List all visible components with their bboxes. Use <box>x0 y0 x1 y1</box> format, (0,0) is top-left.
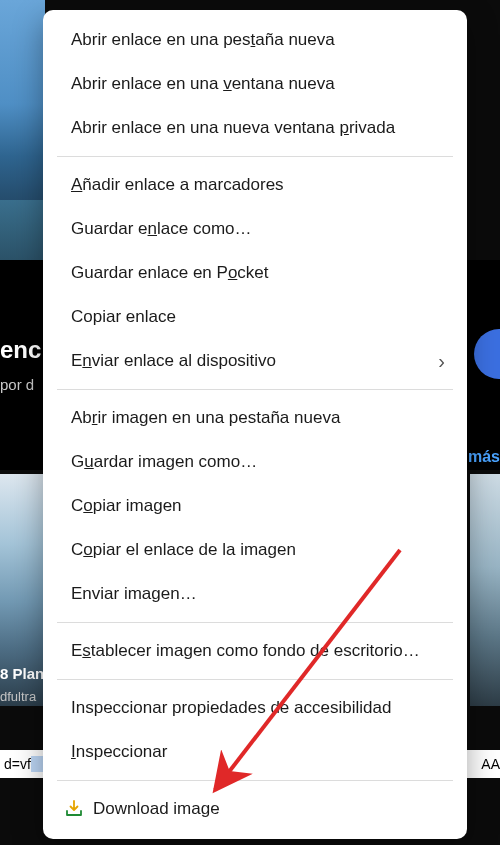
bg-subheading-fragment: por d <box>0 376 34 393</box>
menu-send-link-to-device[interactable]: Enviar enlace al dispositivo › <box>43 339 467 383</box>
menu-item-label: Enviar imagen… <box>71 584 445 604</box>
url-fragment: d=vf <box>4 756 31 772</box>
menu-item-label: Copiar imagen <box>71 496 445 516</box>
menu-save-link-as[interactable]: Guardar enlace como… <box>43 207 467 251</box>
menu-separator <box>57 679 453 680</box>
menu-item-label: Establecer imagen como fondo de escritor… <box>71 641 445 661</box>
menu-bookmark-link[interactable]: Añadir enlace a marcadores <box>43 163 467 207</box>
download-icon <box>65 800 87 818</box>
menu-inspect[interactable]: Inspeccionar <box>43 730 467 774</box>
chevron-right-icon: › <box>438 350 445 373</box>
menu-item-label: Abrir enlace en una nueva ventana privad… <box>71 118 445 138</box>
menu-open-link-new-window[interactable]: Abrir enlace en una ventana nueva <box>43 62 467 106</box>
menu-item-label: Inspeccionar <box>71 742 445 762</box>
menu-inspect-accessibility[interactable]: Inspeccionar propiedades de accesibilida… <box>43 686 467 730</box>
bg-photo-fragment <box>0 200 45 260</box>
menu-send-image[interactable]: Enviar imagen… <box>43 572 467 616</box>
menu-copy-link[interactable]: Copiar enlace <box>43 295 467 339</box>
bg-thumbnail-title: 8 Plan <box>0 665 44 682</box>
menu-open-link-private-window[interactable]: Abrir enlace en una nueva ventana privad… <box>43 106 467 150</box>
bg-thumbnail-subtitle: dfultra <box>0 689 36 704</box>
menu-item-label: Abrir enlace en una pestaña nueva <box>71 30 445 50</box>
menu-item-label: Guardar enlace en Pocket <box>71 263 445 283</box>
bg-heading-fragment: enc <box>0 336 41 364</box>
menu-separator <box>57 780 453 781</box>
menu-save-image-as[interactable]: Guardar imagen como… <box>43 440 467 484</box>
context-menu: Abrir enlace en una pestaña nueva Abrir … <box>43 10 467 839</box>
menu-copy-image-link[interactable]: Copiar el enlace de la imagen <box>43 528 467 572</box>
menu-save-link-pocket[interactable]: Guardar enlace en Pocket <box>43 251 467 295</box>
menu-item-label: Guardar imagen como… <box>71 452 445 472</box>
menu-item-label: Añadir enlace a marcadores <box>71 175 445 195</box>
menu-item-label: Abrir imagen en una pestaña nueva <box>71 408 445 428</box>
menu-item-label: Enviar enlace al dispositivo <box>71 351 438 371</box>
menu-copy-image[interactable]: Copiar imagen <box>43 484 467 528</box>
menu-item-label: Inspeccionar propiedades de accesibilida… <box>71 698 445 718</box>
menu-item-label: Copiar enlace <box>71 307 445 327</box>
menu-separator <box>57 622 453 623</box>
menu-item-label: Copiar el enlace de la imagen <box>71 540 445 560</box>
menu-download-image[interactable]: Download image <box>43 787 467 831</box>
menu-item-label: Guardar enlace como… <box>71 219 445 239</box>
url-tail-fragment: AA <box>481 750 500 778</box>
bg-thumbnail[interactable] <box>470 474 500 706</box>
menu-open-image-new-tab[interactable]: Abrir imagen en una pestaña nueva <box>43 396 467 440</box>
menu-separator <box>57 389 453 390</box>
menu-set-wallpaper[interactable]: Establecer imagen como fondo de escritor… <box>43 629 467 673</box>
menu-item-label: Download image <box>93 799 445 819</box>
bg-more-link[interactable]: más <box>468 448 500 466</box>
menu-open-link-new-tab[interactable]: Abrir enlace en una pestaña nueva <box>43 18 467 62</box>
menu-separator <box>57 156 453 157</box>
menu-item-label: Abrir enlace en una ventana nueva <box>71 74 445 94</box>
